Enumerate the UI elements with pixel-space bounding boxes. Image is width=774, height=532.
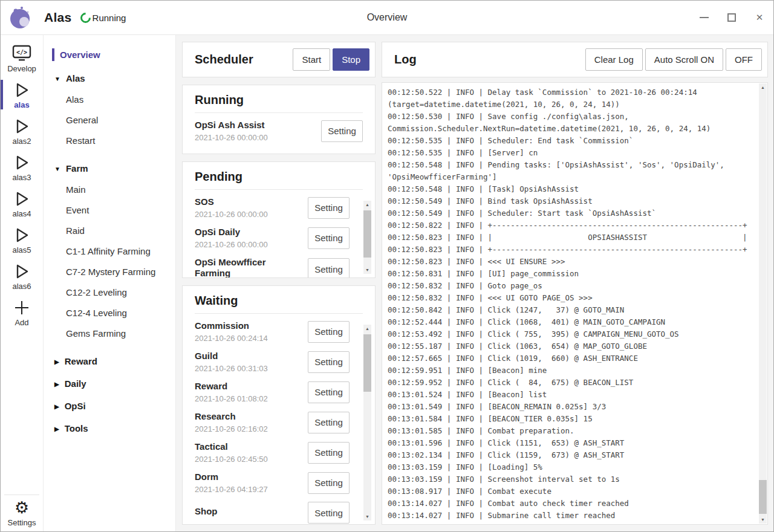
log-line: 00:12:50.831 | INFO | [UI] page_commissi… [388, 268, 753, 280]
rail-item-alas6[interactable]: alas6 [1, 259, 43, 293]
task-setting-button[interactable]: Setting [308, 321, 350, 343]
nav-item-gems-farming[interactable]: Gems Farming [44, 323, 175, 344]
log-line: 00:13:03.159 | INFO | [Loading] 5% [388, 461, 753, 473]
scroll-up-icon[interactable] [363, 325, 371, 332]
waiting-scrollbar[interactable] [363, 325, 371, 521]
log-line: 00:12:50.530 | INFO | Save config ./conf… [388, 111, 753, 123]
waiting-title: Waiting [195, 294, 363, 308]
task-info: Tactical2021-10-26 02:45:50 [195, 441, 268, 464]
task-setting-button[interactable]: Setting [308, 381, 350, 403]
nav-item-raid[interactable]: Raid [44, 221, 175, 241]
rail-item-alas4[interactable]: alas4 [1, 186, 43, 221]
title-bar: Alas Running Overview [1, 1, 773, 35]
auto-scroll-off-button[interactable]: OFF [726, 48, 762, 71]
task-time: 2021-10-26 02:16:02 [195, 424, 268, 433]
nav-item-c7-2-mystery-farming[interactable]: C7-2 Mystery Farming [44, 262, 175, 282]
log-line: 00:13:14.027 | INFO | Combat auto check … [388, 498, 753, 510]
task-time: 2021-10-26 01:08:02 [195, 394, 268, 403]
nav-item-overview[interactable]: Overview [52, 48, 175, 61]
log-line: 00:12:50.823 | INFO | <<< UI ENSURE >>> [388, 256, 753, 268]
task-time: 2021-10-26 04:19:27 [195, 485, 268, 494]
content-area: Scheduler Start Stop Running OpSi Ash As… [176, 35, 773, 531]
task-name: Dorm [195, 472, 268, 482]
nav-group-reward[interactable]: Reward [54, 356, 175, 366]
log-line: 00:13:01.524 | INFO | [Beacon] list [388, 389, 753, 401]
task-setting-button[interactable]: Setting [308, 412, 350, 433]
log-line: 00:12:50.842 | INFO | Click (1247, 37) @… [388, 304, 753, 316]
task-row: OpSi Meowfficer FarmingSetting [195, 253, 350, 278]
nav-item-c1-1-affinity-farming[interactable]: C1-1 Affinity Farming [44, 241, 175, 262]
scheduler-column: Scheduler Start Stop Running OpSi Ash As… [182, 42, 376, 525]
nav-group-farm[interactable]: Farm [54, 163, 175, 174]
nav-item-main[interactable]: Main [44, 180, 175, 200]
scroll-down-icon[interactable] [759, 516, 767, 524]
nav-item-event[interactable]: Event [44, 200, 175, 221]
nav-item-restart[interactable]: Restart [44, 131, 175, 151]
scroll-down-icon[interactable] [363, 513, 371, 521]
rail-item-label: Develop [1, 64, 43, 73]
maximize-button[interactable] [718, 1, 746, 34]
task-setting-button[interactable]: Setting [308, 502, 350, 524]
window-title: Overview [367, 12, 408, 23]
nav-item-alas[interactable]: Alas [44, 89, 175, 110]
rail-item-add[interactable]: Add [1, 295, 43, 329]
nav-group-opsi[interactable]: OpSi [54, 401, 175, 411]
log-line: 00:12:52.444 | INFO | Click (1068, 401) … [388, 316, 753, 328]
stop-button[interactable]: Stop [333, 48, 369, 71]
rail-item-alas3[interactable]: alas3 [1, 150, 43, 184]
task-info: OpSi Daily2021-10-26 00:00:00 [195, 227, 268, 249]
task-row: SOS2021-10-26 00:00:00Setting [195, 192, 350, 222]
task-name: Shop [195, 506, 218, 517]
scroll-up-icon[interactable] [759, 83, 767, 91]
rail-item-label: alas [1, 100, 43, 109]
rail-item-settings[interactable]: ⚙Settings [1, 495, 43, 530]
rail-item-develop[interactable]: </>Develop [1, 41, 43, 76]
minimize-button[interactable] [690, 1, 718, 34]
start-button[interactable]: Start [293, 48, 330, 71]
play-icon [1, 117, 43, 135]
task-setting-button[interactable]: Setting [308, 472, 350, 494]
nav-group-alas[interactable]: Alas [54, 73, 175, 83]
log-line: 00:12:59.952 | INFO | Click ( 84, 675) @… [388, 377, 753, 389]
task-name: Tactical [195, 441, 268, 452]
clear-log-button[interactable]: Clear Log [585, 48, 643, 71]
nav-item-general[interactable]: General [44, 110, 175, 131]
task-setting-button[interactable]: Setting [308, 197, 350, 219]
task-time: 2021-10-26 00:00:00 [195, 240, 268, 249]
profile-rail: </>Developalasalas2alas3alas4alas5alas6A… [1, 35, 44, 531]
nav-item-c12-4-leveling[interactable]: C12-4 Leveling [44, 303, 175, 323]
rail-item-label: Settings [1, 518, 43, 527]
task-time: 2021-10-26 00:00:00 [195, 133, 268, 142]
auto-scroll-on-button[interactable]: Auto Scroll ON [645, 48, 723, 71]
window-controls [690, 1, 773, 34]
log-line: 00:13:02.134 | INFO | Click (1159, 673) … [388, 449, 753, 461]
rail-item-alas[interactable]: alas [1, 77, 43, 112]
task-setting-button[interactable]: Setting [321, 120, 363, 142]
nav-group-daily[interactable]: Daily [54, 378, 175, 389]
task-setting-button[interactable]: Setting [308, 351, 350, 373]
nav-group-tools[interactable]: Tools [54, 423, 175, 433]
task-setting-button[interactable]: Setting [308, 227, 350, 249]
play-icon [1, 190, 43, 208]
minimize-icon [700, 17, 709, 18]
pending-title: Pending [195, 170, 363, 184]
rail-item-alas2[interactable]: alas2 [1, 114, 43, 148]
app-window: Alas Running Overview </>Developalasalas… [1, 1, 773, 531]
task-setting-button[interactable]: Setting [308, 258, 350, 278]
scrollbar-thumb[interactable] [363, 334, 371, 392]
app-name: Alas [44, 10, 72, 25]
scrollbar-thumb[interactable] [759, 480, 767, 514]
scrollbar-thumb[interactable] [363, 210, 371, 258]
close-button[interactable] [746, 1, 773, 34]
rail-item-alas5[interactable]: alas5 [1, 222, 43, 257]
nav-item-c12-2-leveling[interactable]: C12-2 Leveling [44, 282, 175, 303]
pending-scrollbar[interactable] [363, 201, 371, 274]
maximize-icon [727, 13, 736, 22]
scroll-down-icon[interactable] [363, 266, 371, 274]
log-scrollbar[interactable] [759, 83, 767, 524]
rail-item-label: alas5 [1, 245, 43, 255]
scroll-up-icon[interactable] [363, 201, 371, 209]
task-setting-button[interactable]: Setting [308, 442, 350, 464]
task-info: SOS2021-10-26 00:00:00 [195, 196, 268, 219]
scheduler-status-text: Running [93, 13, 126, 23]
